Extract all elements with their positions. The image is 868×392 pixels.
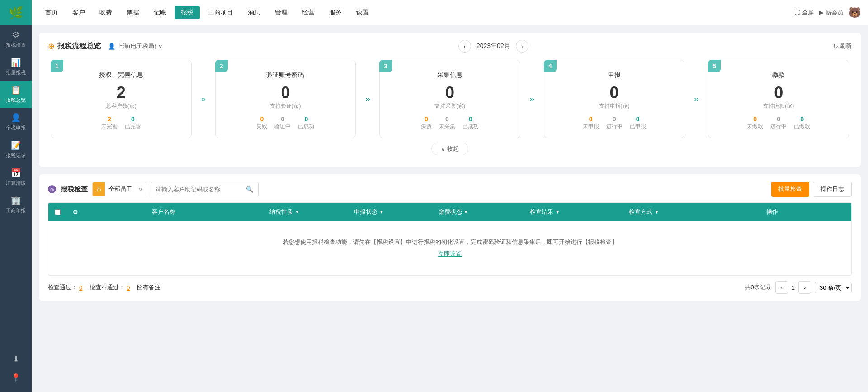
fullscreen-icon: ⛶ <box>794 9 800 16</box>
step-title-4: 申报 <box>552 67 677 79</box>
arrow-1-2: » <box>194 60 212 138</box>
stat-val-3-2: 0 <box>469 115 472 123</box>
nav-settings[interactable]: 设置 <box>350 6 375 19</box>
nav-account[interactable]: 记账 <box>147 6 173 19</box>
nav-tax[interactable]: 报税 <box>175 6 200 19</box>
vip-icon: ▶ <box>819 9 824 16</box>
note-label: 囧有备注 <box>137 283 160 292</box>
taxsettings-icon: ⚙ <box>12 30 19 40</box>
step-stat-3-2: 0 已成功 <box>462 115 479 130</box>
table-footer: 检查通过： 0 检查不通过： 0 囧有备注 共0条记录 ‹ 1 › 30 条/页 <box>48 281 852 294</box>
nav-manage[interactable]: 管理 <box>269 6 294 19</box>
th-pay-filter-icon: ▼ <box>464 210 468 215</box>
personal-icon: 👤 <box>11 113 21 123</box>
immediate-setup-link[interactable]: 立即设置 <box>438 250 462 257</box>
sidebar-item-records[interactable]: 📝 报税记录 <box>0 136 32 163</box>
step-stats-1: 2 未完善 0 已完善 <box>58 115 184 130</box>
sidebar-label-personal: 个税申报 <box>6 124 26 131</box>
arrow-3-4: » <box>523 60 541 138</box>
filter-text: 全部员工 <box>105 185 136 193</box>
step-stats-3: 0 失败 0 未采集 0 已成功 <box>387 115 513 130</box>
stat-label-5-0: 未缴款 <box>747 123 763 130</box>
next-month-btn[interactable]: › <box>516 40 528 53</box>
nav-customer[interactable]: 客户 <box>66 6 91 19</box>
step-badge-4: 4 <box>544 60 557 72</box>
nav-invoice[interactable]: 票据 <box>120 6 146 19</box>
sidebar-item-overview[interactable]: 📋 报税总览 <box>0 81 32 108</box>
stat-label-4-1: 进行中 <box>606 123 623 130</box>
th-tax-nature: 纳税性质 ▼ <box>242 203 327 221</box>
next-page-btn[interactable]: › <box>798 281 811 294</box>
step-stat-5-1: 0 进行中 <box>770 115 787 130</box>
topnav: 首页 客户 收费 票据 记账 报税 工商项目 消息 管理 经营 服务 设置 ⛶ … <box>32 0 868 25</box>
sidebar-item-personal[interactable]: 👤 个税申报 <box>0 108 32 136</box>
nav-business[interactable]: 工商项目 <box>202 6 240 19</box>
month-display: 2023年02月 <box>476 42 510 50</box>
th-checkbox[interactable] <box>48 203 66 221</box>
month-nav: ‹ 2023年02月 › <box>458 40 528 53</box>
step-count-2: 0 <box>223 83 349 102</box>
stat-label-4-0: 未申报 <box>583 123 599 130</box>
batchtax-icon: 📊 <box>11 57 21 67</box>
pass-count[interactable]: 0 <box>79 284 82 291</box>
filter-arrow-icon: ∨ <box>136 186 146 193</box>
nav-service[interactable]: 服务 <box>323 6 348 19</box>
arrow-4-5: » <box>687 60 705 138</box>
step-title-3: 采集信息 <box>387 67 513 79</box>
stat-label-3-1: 未采集 <box>439 123 455 130</box>
annual-icon: 🏢 <box>11 196 21 206</box>
overview-location[interactable]: 👤 上海(电子税局) ∨ <box>108 42 163 50</box>
step-unit-5: 支持缴款(家) <box>716 102 841 110</box>
operation-log-btn[interactable]: 操作日志 <box>813 182 852 197</box>
sidebar-item-taxsettings[interactable]: ⚙ 报税设置 <box>0 25 32 53</box>
collapse-btn[interactable]: ∧ 收起 <box>431 143 468 155</box>
refresh-icon: ↻ <box>833 43 838 50</box>
location-icon: 📍 <box>11 373 21 383</box>
sidebar-item-batchtax[interactable]: 📊 批量报税 <box>0 53 32 81</box>
sidebar-item-download[interactable]: ⬇ <box>0 349 32 368</box>
overview-icon: 📋 <box>11 85 21 95</box>
nav-message[interactable]: 消息 <box>241 6 267 19</box>
search-input[interactable] <box>151 186 241 193</box>
sidebar-item-annualtax[interactable]: 📅 汇算清缴 <box>0 163 32 191</box>
nav-home[interactable]: 首页 <box>39 6 64 19</box>
th-gear[interactable]: ⚙ <box>66 203 85 221</box>
pass-label: 检查通过： <box>48 283 77 292</box>
nav-items: 首页 客户 收费 票据 记账 报税 工商项目 消息 管理 经营 服务 设置 <box>39 6 794 19</box>
refresh-label: 刷新 <box>840 42 852 50</box>
select-all-checkbox[interactable] <box>55 209 61 215</box>
step-card-3: 3 采集信息 0 支持采集(家) 0 失败 0 未采集 <box>379 60 520 138</box>
stat-val-4-1: 0 <box>613 115 616 123</box>
sidebar-label-overview: 报税总览 <box>6 97 26 104</box>
employee-filter[interactable]: 员 全部员工 ∨ <box>92 182 146 196</box>
sidebar-item-location[interactable]: 📍 <box>0 368 32 387</box>
stat-val-3-0: 0 <box>425 115 428 123</box>
step-card-2: 2 验证账号密码 0 支持验证(家) 0 失败 0 验证中 <box>215 60 356 138</box>
step-count-1: 2 <box>58 83 184 102</box>
batch-check-btn[interactable]: 批量检查 <box>771 182 809 197</box>
overview-header: ⊕ 报税流程总览 👤 上海(电子税局) ∨ ‹ 2023年02月 › ↻ 刷新 <box>48 40 852 53</box>
stat-label-4-2: 已申报 <box>630 123 646 130</box>
nav-fee[interactable]: 收费 <box>93 6 118 19</box>
check-title: 报税检查 <box>61 185 88 194</box>
table-body-scroll: 若您想使用报税检查功能，请先在【报税设置】中进行报税的初化设置，完成密码验证和信… <box>48 221 851 275</box>
step-badge-5: 5 <box>708 60 721 72</box>
page-size-select[interactable]: 30 条/页 <box>815 282 852 293</box>
stat-label-5-2: 已缴款 <box>794 123 810 130</box>
vip-btn[interactable]: ▶ 畅会员 <box>819 9 843 17</box>
prev-page-btn[interactable]: ‹ <box>775 281 788 294</box>
refresh-btn[interactable]: ↻ 刷新 <box>833 42 852 50</box>
fail-count[interactable]: 0 <box>127 284 130 291</box>
sidebar-label-annualtax: 汇算清缴 <box>6 180 26 186</box>
prev-month-btn[interactable]: ‹ <box>458 40 471 53</box>
sidebar-bottom: ⬇ 📍 <box>0 349 32 392</box>
fullscreen-btn[interactable]: ⛶ 全屏 <box>794 9 814 17</box>
th-method-filter-icon: ▼ <box>654 210 659 215</box>
step-stat-4-1: 0 进行中 <box>606 115 623 130</box>
nav-operation[interactable]: 经营 <box>296 6 321 19</box>
sidebar-item-annual[interactable]: 🏢 工商年报 <box>0 191 32 219</box>
search-button[interactable]: 🔍 <box>241 182 258 196</box>
step-stat-3-1: 0 未采集 <box>439 115 455 130</box>
step-stat-2-2: 0 已成功 <box>298 115 314 130</box>
topnav-right: ⛶ 全屏 ▶ 畅会员 🐻 <box>794 7 861 19</box>
